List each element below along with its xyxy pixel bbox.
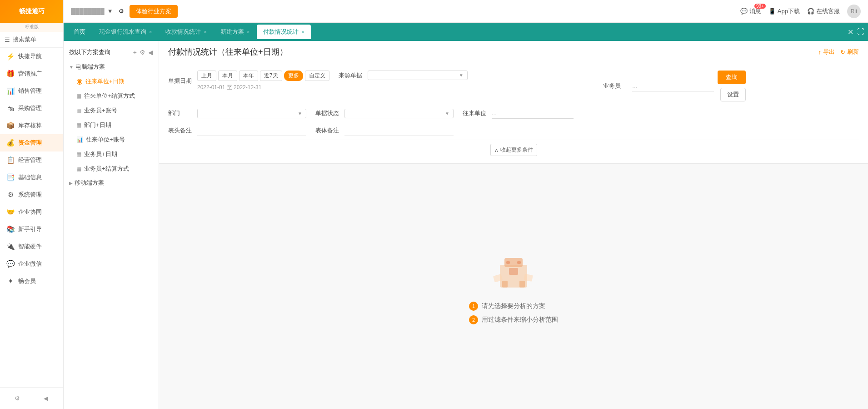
tab-bank-flow-close[interactable]: ×	[149, 29, 152, 35]
close-tab-btn[interactable]: ✕	[848, 28, 853, 36]
scheme-item-partner-account[interactable]: 📊 往来单位+账号	[64, 132, 159, 147]
sidebar-item-hardware[interactable]: 🔌 智能硬件	[0, 238, 63, 255]
scheme-settings-btn[interactable]: ⚙	[140, 49, 145, 56]
group-arrow-icon: ▼	[69, 65, 74, 70]
user-avatar[interactable]: Rit	[847, 5, 861, 18]
sidebar-item-search-menu[interactable]: ☰ 搜索菜单	[0, 32, 63, 48]
scheme-item-partner-settlement[interactable]: ▦ 往来单位+结算方式	[64, 89, 159, 103]
date-this-month-btn[interactable]: 本月	[218, 71, 237, 81]
message-btn[interactable]: 💬 消息 99+	[740, 7, 761, 15]
source-label: 来源单据	[339, 71, 364, 80]
filter-area: 单据日期 上月 本月 本年 近7天 更多 自定义 2022-01-01 至 20…	[159, 63, 868, 164]
partner-input[interactable]	[492, 108, 574, 119]
tabs-right-actions: ✕ ⛶	[848, 28, 864, 36]
scheme-icon: ▦	[76, 93, 81, 99]
shopping-icon: 🛍	[6, 104, 15, 112]
tab-payment-stats[interactable]: 付款情况统计 ×	[257, 25, 310, 39]
sidebar-item-finance[interactable]: 💰 资金管理	[0, 134, 63, 151]
empty-state: 1 请先选择要分析的方案 2 用过滤条件来缩小分析范围	[469, 249, 558, 324]
sidebar-item-purchase[interactable]: 🛍 采购管理	[0, 100, 63, 117]
body-note-input[interactable]	[344, 125, 454, 136]
source-select-arrow: ▼	[459, 73, 464, 78]
group-arrow-icon: ▶	[69, 181, 73, 186]
trial-btn[interactable]: 体验行业方案	[130, 5, 178, 18]
sidebar-item-label: 快捷导航	[18, 52, 42, 61]
desktop-group-title[interactable]: ▼ 电脑端方案	[64, 60, 159, 74]
message-badge: 99+	[754, 4, 766, 9]
tip-text-1: 请先选择要分析的方案	[482, 302, 545, 310]
panel-collapse-btn[interactable]: ◀	[148, 49, 153, 56]
tab-payment-stats-close[interactable]: ×	[301, 29, 304, 35]
date-this-year-btn[interactable]: 本年	[239, 71, 258, 81]
sidebar-item-wechat[interactable]: 💬 企业微信	[0, 255, 63, 273]
staff-input[interactable]	[632, 81, 714, 91]
topbar-settings-icon[interactable]: ⚙	[119, 8, 124, 15]
collapse-arrow-icon: ∧	[494, 147, 499, 153]
sidebar-item-system[interactable]: ⚙ 系统管理	[0, 186, 63, 203]
company-name: ████████	[71, 8, 105, 15]
tab-collection-stats[interactable]: 收款情况统计 ×	[159, 25, 213, 39]
desktop-scheme-group: ▼ 电脑端方案 ◉ 往来单位+日期 ▦ 往来单位+结算方式 ▦ 业务员+账号 ▦	[64, 60, 159, 176]
tip-num-1: 1	[469, 302, 478, 311]
date-7days-btn[interactable]: 近7天	[260, 71, 282, 81]
sidebar-item-member[interactable]: ✦ 畅会员	[0, 273, 63, 290]
main-area: ████████ ▼ ⚙ 体验行业方案 💬 消息 99+ 📱 App下载 🎧 在…	[64, 0, 868, 409]
scheme-item-staff-settlement[interactable]: ▦ 业务员+结算方式	[64, 162, 159, 176]
sidebar-item-label: 库存核算	[18, 121, 42, 130]
refresh-btn[interactable]: ↻ 刷新	[840, 48, 859, 56]
source-select[interactable]: ▼	[368, 71, 468, 80]
scheme-item-staff-account[interactable]: ▦ 业务员+账号	[64, 103, 159, 118]
status-select[interactable]: ▼	[344, 109, 454, 118]
sidebar-settings-btn[interactable]: ⚙	[5, 392, 30, 404]
app-download-label: App下载	[778, 7, 800, 15]
left-panel-actions: + ⚙ ◀	[133, 49, 153, 56]
sidebar-item-operation[interactable]: 📋 经营管理	[0, 151, 63, 169]
collapse-more-btn[interactable]: ∧ 收起更多条件	[490, 144, 537, 156]
tab-collection-stats-close[interactable]: ×	[204, 29, 206, 35]
filter-settings-btn[interactable]: 设置	[720, 88, 746, 101]
scheme-item-partner-date[interactable]: ◉ 往来单位+日期	[64, 74, 159, 89]
sidebar-item-label: 采购管理	[18, 104, 42, 112]
sidebar-item-label: 销售管理	[18, 87, 42, 95]
status-label: 单据状态	[315, 109, 341, 117]
sidebar-collapse-btn[interactable]: ◀	[34, 392, 59, 404]
left-panel-header: 按以下方案查询 + ⚙ ◀	[64, 46, 159, 60]
box-icon: 📦	[6, 121, 15, 130]
tab-bank-flow[interactable]: 现金银行流水查询 ×	[93, 25, 158, 39]
expand-btn[interactable]: ⛶	[857, 28, 864, 36]
date-custom-btn[interactable]: 自定义	[305, 71, 329, 81]
tab-new-plan[interactable]: 新建方案 ×	[214, 25, 256, 39]
scheme-item-dept-date[interactable]: ▦ 部门+日期	[64, 118, 159, 132]
sidebar-item-basic[interactable]: 📑 基础信息	[0, 169, 63, 186]
collapse-label: 收起更多条件	[500, 146, 533, 154]
dropdown-arrow[interactable]: ▼	[107, 8, 113, 15]
sidebar-item-inventory[interactable]: 📦 库存核算	[0, 117, 63, 134]
sidebar-item-sales[interactable]: 📊 销售管理	[0, 82, 63, 100]
scheme-item-label: 往来单位+结算方式	[84, 92, 135, 100]
date-last-month-btn[interactable]: 上月	[197, 71, 216, 81]
tab-new-plan-close[interactable]: ×	[247, 29, 249, 35]
tab-collection-stats-label: 收款情况统计	[165, 28, 201, 36]
dept-select[interactable]: ▼	[197, 109, 306, 118]
query-btn[interactable]: 查询	[718, 71, 746, 84]
header-note-input[interactable]	[197, 125, 306, 136]
page-content: 按以下方案查询 + ⚙ ◀ ▼ 电脑端方案 ◉ 往来单位+日期 ▦	[64, 41, 868, 409]
date-more-btn[interactable]: 更多	[284, 71, 303, 81]
sidebar-item-quick-nav[interactable]: ⚡ 快捷导航	[0, 48, 63, 65]
export-btn[interactable]: ↑ 导出	[818, 48, 835, 56]
tab-home[interactable]: 首页	[67, 25, 92, 39]
gift-icon: 🎁	[6, 70, 15, 78]
sidebar-item-guide[interactable]: 📚 新手引导	[0, 221, 63, 238]
online-service-btn[interactable]: 🎧 在线客服	[807, 7, 840, 15]
empty-tip-2: 2 用过滤条件来缩小分析范围	[469, 315, 558, 324]
scheme-item-staff-date[interactable]: ▦ 业务员+日期	[64, 147, 159, 162]
chart-icon: 📊	[6, 87, 15, 95]
dept-label: 部门	[168, 109, 194, 117]
add-scheme-btn[interactable]: +	[133, 49, 137, 56]
sidebar-item-label: 系统管理	[18, 191, 42, 199]
sidebar-item-enterprise[interactable]: 🤝 企业协同	[0, 203, 63, 221]
app-download-btn[interactable]: 📱 App下载	[768, 7, 800, 15]
mobile-group-title[interactable]: ▶ 移动端方案	[64, 176, 159, 190]
sidebar-item-marketing[interactable]: 🎁 营销推广	[0, 65, 63, 82]
group-label: 电脑端方案	[75, 63, 105, 71]
